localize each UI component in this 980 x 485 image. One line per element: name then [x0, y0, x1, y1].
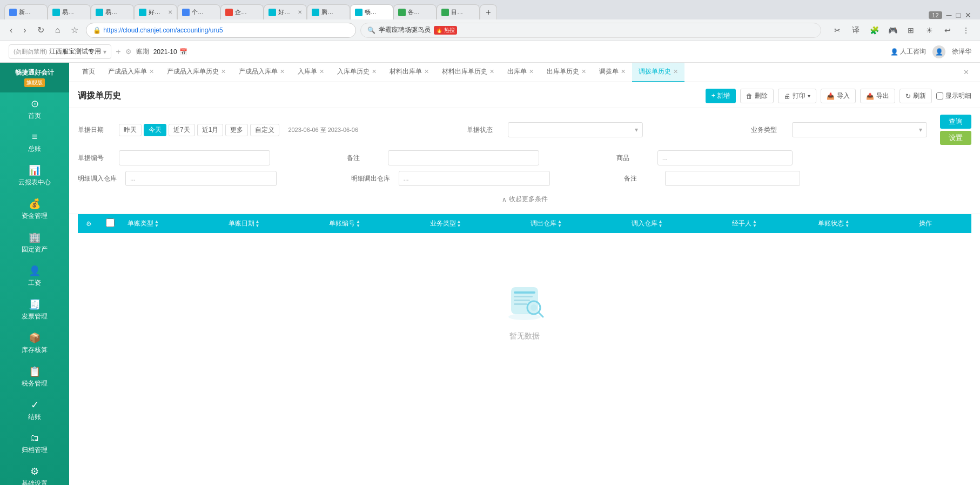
nav-tab-product-in2[interactable]: 产成品入库单 ✕ — [232, 63, 291, 82]
sidebar-item-ledger[interactable]: ≡ 总账 — [0, 126, 69, 159]
nav-tab-transfer-history-close[interactable]: ✕ — [673, 68, 678, 75]
select-all-checkbox[interactable] — [106, 218, 115, 227]
table-header-checkbox[interactable] — [99, 214, 121, 233]
tab-close-4[interactable]: ✕ — [168, 9, 172, 15]
table-header-biz[interactable]: 业务类型 ▲▼ — [424, 214, 525, 233]
nav-tab-product-in-history-close[interactable]: ✕ — [221, 68, 226, 75]
undo-icon[interactable]: ↩ — [940, 23, 955, 38]
nav-tab-in-history[interactable]: 入库单历史 ✕ — [331, 63, 383, 82]
nav-tab-material-out-history-close[interactable]: ✕ — [489, 68, 494, 75]
settings-icon[interactable]: ⚙ — [125, 48, 132, 56]
menu-icon[interactable]: ⋮ — [958, 23, 974, 38]
address-bar[interactable]: 🔒 https://cloud.chanjet.com/accounting/u… — [86, 23, 356, 38]
table-header-handler[interactable]: 经手人 ▲▼ — [726, 214, 811, 233]
collapse-button[interactable]: ∧ 收起更多条件 — [499, 191, 551, 207]
today-btn[interactable]: 今天 — [144, 124, 166, 136]
new-tab-btn[interactable]: + — [480, 4, 497, 19]
table-header-status[interactable]: 单账状态 ▲▼ — [811, 214, 912, 233]
1month-btn[interactable]: 近1月 — [197, 124, 224, 136]
sidebar-item-capital[interactable]: 💰 资金管理 — [0, 192, 69, 226]
print-button[interactable]: 🖨 打印 ▾ — [778, 89, 816, 103]
window-maximize[interactable]: □ — [956, 11, 961, 19]
detail-in-select[interactable]: ... — [125, 171, 277, 186]
sort-date[interactable]: 单账日期 ▲▼ — [229, 219, 317, 228]
query-button[interactable]: 查询 — [940, 115, 971, 129]
refresh-button-page[interactable]: ↻ 刷新 — [900, 89, 932, 103]
table-header-in-wh[interactable]: 调入仓库 ▲▼ — [625, 214, 726, 233]
sort-in-wh[interactable]: 调入仓库 ▲▼ — [632, 219, 720, 228]
gamepad-icon[interactable]: 🎮 — [885, 23, 900, 38]
browser-tab-11[interactable]: 目… — [437, 4, 480, 19]
filter-settings-button[interactable]: 设置 — [940, 131, 971, 145]
browser-tab-7[interactable]: 好… ✕ — [264, 4, 307, 19]
theme-icon[interactable]: ☀ — [922, 23, 937, 38]
add-company-btn[interactable]: + — [116, 47, 120, 57]
sidebar-item-assets[interactable]: 🏢 固定资产 — [0, 226, 69, 260]
back-button[interactable]: ‹ — [6, 23, 16, 37]
table-header-out-wh[interactable]: 调出仓库 ▲▼ — [524, 214, 625, 233]
order-no-input[interactable] — [119, 150, 270, 165]
nav-tab-out-order[interactable]: 出库单 ✕ — [501, 63, 540, 82]
sort-biz[interactable]: 业务类型 ▲▼ — [430, 219, 518, 228]
browser-tab-4[interactable]: 好… ✕ — [134, 4, 177, 19]
nav-tab-transfer-close[interactable]: ✕ — [621, 68, 626, 75]
browser-tab-9[interactable]: 畅… — [350, 4, 393, 19]
nav-tab-transfer-history[interactable]: 调拨单历史 ✕ — [632, 63, 684, 82]
browser-tab-1[interactable]: 新… — [4, 4, 48, 19]
calendar-icon[interactable]: 📅 — [179, 48, 187, 56]
yesterday-btn[interactable]: 昨天 — [119, 124, 142, 136]
search-bar[interactable]: 🔍 学霸应聘场驱鸟员 🔥 热搜 — [360, 23, 821, 38]
sidebar-item-settings[interactable]: ⚙ 基础设置 — [0, 460, 69, 485]
refresh-button[interactable]: ↻ — [34, 23, 48, 37]
user-avatar[interactable]: 👤 — [932, 45, 945, 58]
new-button[interactable]: + 新增 — [706, 89, 736, 103]
sort-handler[interactable]: 经手人 ▲▼ — [732, 219, 805, 228]
forward-button[interactable]: › — [20, 23, 29, 37]
remarks-input[interactable] — [388, 150, 539, 165]
grid-icon[interactable]: ⊞ — [903, 23, 918, 38]
window-close[interactable]: ✕ — [965, 11, 971, 19]
nav-tab-in-order[interactable]: 入库单 ✕ — [291, 63, 331, 82]
sidebar-item-tax[interactable]: 📋 税务管理 — [0, 360, 69, 394]
nav-tab-material-out[interactable]: 材料出库单 ✕ — [383, 63, 435, 82]
sidebar-item-archive[interactable]: 🗂 归档管理 — [0, 427, 69, 460]
home-button[interactable]: ⌂ — [52, 23, 64, 37]
table-header-date[interactable]: 单账日期 ▲▼ — [222, 214, 323, 233]
show-dense-checkbox-label[interactable]: 显示明细 — [936, 91, 971, 101]
extension-icon[interactable]: 🧩 — [867, 23, 882, 38]
nav-tab-product-in2-close[interactable]: ✕ — [280, 68, 285, 75]
window-minimize[interactable]: ─ — [947, 11, 952, 19]
note2-input[interactable] — [665, 171, 800, 186]
sidebar-item-wages[interactable]: 👤 工资 — [0, 260, 69, 293]
nav-tab-product-in-close[interactable]: ✕ — [149, 68, 154, 75]
nav-tab-out-order-close[interactable]: ✕ — [529, 68, 534, 75]
table-header-gear[interactable]: ⚙ — [78, 214, 99, 233]
nav-close-all[interactable]: ✕ — [959, 68, 974, 76]
nav-tab-material-out-close[interactable]: ✕ — [424, 68, 429, 75]
sidebar-item-settle[interactable]: ✓ 结账 — [0, 394, 69, 427]
nav-tab-out-history[interactable]: 出库单历史 ✕ — [540, 63, 593, 82]
nav-tab-out-history-close[interactable]: ✕ — [581, 68, 586, 75]
sidebar-item-invoice[interactable]: 🧾 发票管理 — [0, 293, 69, 327]
browser-tab-2[interactable]: 易… — [48, 4, 91, 19]
nav-tab-product-in-history[interactable]: 产成品入库单历史 ✕ — [160, 63, 232, 82]
export-button[interactable]: 📤 导出 — [860, 89, 895, 103]
nav-tab-product-in[interactable]: 产成品入库单 ✕ — [102, 63, 160, 82]
nav-tab-in-order-close[interactable]: ✕ — [319, 68, 324, 75]
detail-out-select[interactable]: ... — [399, 171, 550, 186]
sidebar-item-reports[interactable]: 📊 云报表中心 — [0, 159, 69, 192]
show-dense-checkbox[interactable] — [936, 92, 943, 99]
status-select[interactable]: ▾ — [508, 122, 643, 137]
browser-tab-5[interactable]: 个… — [177, 4, 220, 19]
nav-tab-material-out-history[interactable]: 材料出库单历史 ✕ — [435, 63, 501, 82]
sort-no[interactable]: 单账编号 ▲▼ — [329, 219, 417, 228]
biz-type-select[interactable]: ▾ — [792, 122, 927, 137]
sidebar-item-inventory[interactable]: 📦 库存核算 — [0, 327, 69, 360]
sort-status[interactable]: 单账状态 ▲▼ — [818, 219, 906, 228]
browser-tab-6[interactable]: 企… — [220, 4, 264, 19]
tab-close-7[interactable]: ✕ — [298, 9, 302, 15]
bookmark-button[interactable]: ☆ — [68, 23, 82, 37]
import-button[interactable]: 📥 导入 — [821, 89, 856, 103]
help-btn[interactable]: 👤 人工咨询 — [890, 47, 926, 56]
table-header-no[interactable]: 单账编号 ▲▼ — [323, 214, 424, 233]
